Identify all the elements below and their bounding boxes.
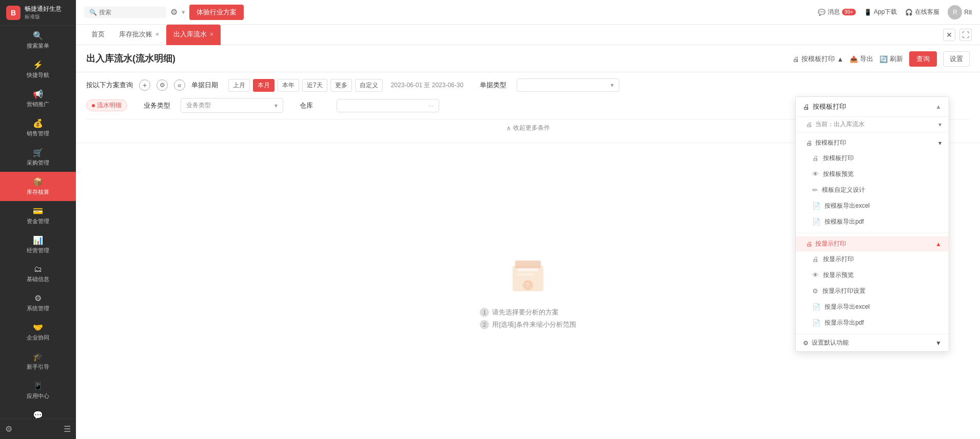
settings-button[interactable]: 设置 <box>943 51 970 67</box>
sidebar-item-label: 基础信息 <box>27 275 49 283</box>
print-template-button[interactable]: 🖨 按模板打印 ▲ <box>793 54 844 64</box>
user-avatar-item[interactable]: R Rit <box>948 5 972 19</box>
display-preview-icon: 👁 <box>812 271 819 279</box>
logo-icon: B <box>6 6 21 20</box>
template-print-icon: 🖨 <box>812 154 819 162</box>
query-button[interactable]: 查询 <box>909 51 937 67</box>
sidebar-item-purchase[interactable]: 🛒 采购管理 <box>0 143 76 172</box>
dropdown-footer[interactable]: ⚙ 设置默认功能 ▼ <box>796 334 949 351</box>
dropdown-header: 🖨 按模板打印 ▲ <box>796 97 949 117</box>
display-print-icon: 🖨 <box>812 255 819 263</box>
sidebar-item-inventory[interactable]: 📦 库存核算 <box>0 172 76 201</box>
logo-text: 畅捷通好生意 标准版 <box>25 5 62 20</box>
lightning-icon: ⚡ <box>33 60 43 70</box>
warehouse-select[interactable]: ··· <box>337 99 439 112</box>
sidebar-item-collab[interactable]: 🤝 企业协同 <box>0 317 76 347</box>
tab-home[interactable]: 首页 <box>84 25 112 45</box>
template-export-pdf-item[interactable]: 📄 按模板导出pdf <box>796 214 949 230</box>
date-current-year-button[interactable]: 本年 <box>278 79 299 92</box>
dropdown-section-template-header[interactable]: 🖨 按模板打印 ▾ <box>796 135 949 150</box>
template-print-item[interactable]: 🖨 按模板打印 <box>796 150 949 166</box>
export-button[interactable]: 📤 导出 <box>850 54 873 64</box>
sidebar-item-label: 系统管理 <box>27 305 49 312</box>
date-more-button[interactable]: 更多 <box>330 79 352 92</box>
dropdown-section-display-header[interactable]: 🖨 按显示打印 ▲ <box>796 236 949 251</box>
sidebar-item-label: 库存核算 <box>27 188 49 196</box>
display-print-settings-item[interactable]: ⚙ 按显示打印设置 <box>796 283 949 299</box>
sidebar-item-business[interactable]: 📊 经营管理 <box>0 230 76 260</box>
app-download-item[interactable]: 📱 App下载 <box>864 8 897 16</box>
menu-toggle-icon[interactable]: ☰ <box>64 424 71 434</box>
dropdown-collapse-icon[interactable]: ▲ <box>935 103 942 110</box>
sidebar-item-label: 快捷导航 <box>27 71 49 79</box>
date-current-month-button[interactable]: 本月 <box>253 79 275 92</box>
biz-type-select[interactable]: 业务类型 ▾ <box>181 98 283 113</box>
filter-row-1: 按以下方案查询 + ⚙ « 单据日期 上月 本月 本年 <box>86 78 970 92</box>
filter-add-button[interactable]: + <box>139 79 150 91</box>
message-badge: 99+ <box>842 9 856 15</box>
sidebar-item-system[interactable]: ⚙ 系统管理 <box>0 288 76 317</box>
refresh-button[interactable]: 🔄 刷新 <box>879 54 903 64</box>
footer-arrow-icon: ▼ <box>935 340 942 347</box>
date-prev-month-button[interactable]: 上月 <box>228 79 250 92</box>
doc-type-select[interactable]: ▾ <box>517 78 619 92</box>
print-arrow-icon: ▲ <box>837 55 844 63</box>
cart-icon: 🛒 <box>33 148 43 157</box>
tab-flow[interactable]: 出入库流水 × <box>166 25 221 45</box>
date-last7-button[interactable]: 近7天 <box>302 79 327 92</box>
tab-close-all-button[interactable]: ✕ <box>943 29 955 41</box>
wechat-icon: 💬 <box>33 410 43 418</box>
sidebar-item-quick-nav[interactable]: ⚡ 快捷导航 <box>0 55 76 84</box>
sidebar-item-app-center[interactable]: 📱 应用中心 <box>0 376 76 405</box>
display-pdf-label: 按显示导出pdf <box>825 318 864 327</box>
page-toolbar: 🖨 按模板打印 ▲ 📤 导出 🔄 刷新 查询 设 <box>793 51 970 72</box>
content-area: 出入库流水(流水明细) 🖨 按模板打印 ▲ 📤 导出 🔄 <box>76 45 980 439</box>
search-input[interactable] <box>99 9 161 16</box>
industry-solution-button[interactable]: 体验行业方案 <box>189 5 244 20</box>
biz-type-placeholder: 业务类型 <box>186 101 211 110</box>
display-export-excel-item[interactable]: 📄 按显示导出excel <box>796 299 949 315</box>
doc-type-arrow-icon: ▾ <box>611 82 614 89</box>
message-item[interactable]: 💬 消息 99+ <box>818 8 856 16</box>
sidebar-item-label: 营销推广 <box>27 101 49 108</box>
date-custom-button[interactable]: 自定义 <box>355 79 383 92</box>
sidebar-item-basic[interactable]: 🗂 基础信息 <box>0 260 76 288</box>
topbar-search-box[interactable]: 🔍 <box>84 7 166 18</box>
sidebar-item-search[interactable]: 🔍 搜索菜单 <box>0 26 76 55</box>
print-dropdown-panel: 🖨 按模板打印 ▲ 🖨 当前：出入库流水 ▾ 🖨 按模板打印 <box>795 96 949 352</box>
sidebar-item-finance[interactable]: 💳 资金管理 <box>0 201 76 230</box>
hint-item-1: 1 请先选择要分析的方案 <box>480 308 576 317</box>
tab-flow-label: 出入库流水 <box>173 30 207 39</box>
template-custom-item[interactable]: ✏ 模板自定义设计 <box>796 182 949 198</box>
sidebar-item-label: 资金管理 <box>27 217 49 225</box>
display-preview-item[interactable]: 👁 按显示预览 <box>796 267 949 283</box>
sidebar-item-sales[interactable]: 💰 销售管理 <box>0 113 76 143</box>
settings-default-label: 设置默认功能 <box>812 338 849 347</box>
tab-expand-button[interactable]: ⛶ <box>959 29 972 41</box>
filter-collapse-button[interactable]: « <box>174 79 185 91</box>
filter-gear-button[interactable]: ⚙ <box>156 79 168 91</box>
biz-type-arrow-icon: ▾ <box>275 102 278 109</box>
app-download-label: App下载 <box>874 8 897 16</box>
gear-small-icon: ⚙ <box>160 82 165 89</box>
refresh-icon: 🔄 <box>879 55 888 63</box>
settings-footer-icon[interactable]: ⚙ <box>5 424 12 434</box>
display-print-item[interactable]: 🖨 按显示打印 <box>796 251 949 267</box>
sidebar-item-wechat[interactable]: 💬 企业微信 <box>0 405 76 418</box>
display-export-pdf-item[interactable]: 📄 按显示导出pdf <box>796 315 949 331</box>
filter-tag-dot <box>92 104 95 107</box>
svg-text:?: ? <box>526 283 529 288</box>
export-icon: 📤 <box>850 55 858 63</box>
tab-batch-close[interactable]: × <box>155 31 159 38</box>
sidebar-item-guide[interactable]: 🎓 新手引导 <box>0 347 76 376</box>
sidebar-item-marketing[interactable]: 📢 营销推广 <box>0 84 76 113</box>
template-preview-item[interactable]: 👁 按模板预览 <box>796 166 949 182</box>
template-export-excel-item[interactable]: 📄 按模板导出excel <box>796 198 949 214</box>
settings-default-icon: ⚙ <box>803 340 809 347</box>
phone-icon: 📱 <box>864 9 872 16</box>
tab-flow-close[interactable]: × <box>210 31 213 38</box>
tab-batch[interactable]: 库存批次账 × <box>112 25 166 45</box>
settings-icon[interactable]: ⚙ <box>170 7 178 17</box>
online-service-item[interactable]: 🎧 在线客服 <box>905 8 939 16</box>
message-icon: 💬 <box>818 9 826 16</box>
